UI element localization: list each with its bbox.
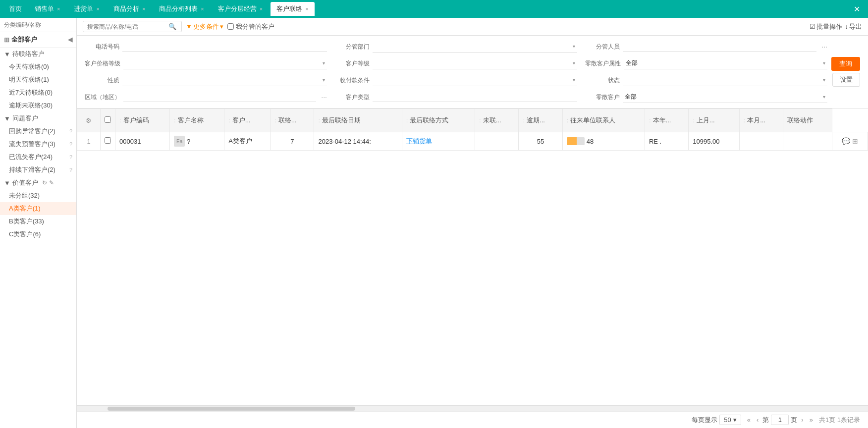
- nav-tab-product-list[interactable]: 商品分析列表 ×: [153, 2, 210, 16]
- filter-phone-input[interactable]: [122, 42, 327, 52]
- row-customer-type: A类客户: [224, 132, 271, 151]
- row-last-method-link[interactable]: 下销货单: [406, 137, 432, 145]
- nav-tab-sales-label: 销售单: [35, 4, 54, 13]
- filter-payment-select[interactable]: ▾: [373, 74, 577, 86]
- filter-more-conditions[interactable]: ▼ 更多条件 ▾: [186, 22, 223, 31]
- filter-retail-attr-select[interactable]: 全部 ▾: [624, 57, 827, 69]
- my-customers-checkbox-input[interactable]: [227, 23, 234, 30]
- page-last-btn[interactable]: »: [808, 415, 815, 425]
- filter-search-icon[interactable]: 🔍: [168, 23, 176, 30]
- nav-tab-purchase-close[interactable]: ×: [96, 6, 99, 12]
- my-customers-checkbox[interactable]: 我分管的客户: [227, 22, 274, 31]
- filter-region-dots[interactable]: ···: [321, 93, 327, 101]
- sidebar-item-overdue[interactable]: 逾期未联络(30): [0, 99, 76, 112]
- sidebar-item-lostwarning-help: ?: [69, 141, 72, 147]
- query-button[interactable]: 查询: [831, 57, 860, 71]
- filter-search-input[interactable]: [87, 23, 166, 30]
- sidebar-item-repurchase[interactable]: 回购异常客户(2) ?: [0, 125, 76, 138]
- col-no-contact-label: 未联...: [483, 116, 501, 124]
- filter-person-dots[interactable]: ···: [821, 43, 827, 51]
- nav-tab-product-analysis[interactable]: 商品分析 ×: [108, 2, 151, 16]
- window-close-icon[interactable]: ✕: [850, 4, 864, 14]
- sidebar-item-a-class[interactable]: A类客户(1): [0, 202, 76, 215]
- scroll-thumb[interactable]: [108, 407, 355, 411]
- sidebar-item-lost[interactable]: 已流失客户(24) ?: [0, 151, 76, 163]
- sidebar-search-input[interactable]: [4, 21, 77, 28]
- page-prev-btn[interactable]: ‹: [755, 415, 760, 425]
- col-last-method-label: 最后联络方式: [410, 116, 448, 124]
- filter-person-input[interactable]: [623, 42, 816, 52]
- sidebar-item-declining[interactable]: 持续下滑客户(2) ?: [0, 163, 76, 176]
- filter-customer-level-select[interactable]: ▾: [373, 57, 577, 69]
- sidebar-group-problem[interactable]: ▼ 问题客户: [0, 112, 76, 125]
- sidebar-item-ungroup[interactable]: 未分组(32): [0, 189, 76, 202]
- batch-op-button[interactable]: ☑ 批量操作: [810, 22, 842, 31]
- filter-nature-select[interactable]: ▾: [122, 74, 327, 86]
- sidebar-group-value[interactable]: ▼ 价值客户 ↻ ✎: [0, 176, 76, 189]
- col-type-label: 客户...: [232, 116, 251, 124]
- sidebar-group-problem-label: 问题客户: [12, 114, 38, 123]
- nav-tab-sales[interactable]: 销售单 ×: [29, 2, 66, 16]
- sidebar-item-today[interactable]: 今天待联络(0): [0, 60, 76, 73]
- sidebar-group-value-label: 价值客户: [12, 178, 38, 187]
- row-action-link-icon[interactable]: ⊞: [852, 137, 858, 145]
- nav-tab-customer-tier[interactable]: 客户分层经营 ×: [212, 2, 269, 16]
- sidebar-item-lostwarning[interactable]: 流失预警客户(3) ?: [0, 138, 76, 151]
- nav-tab-product-analysis-label: 商品分析: [113, 4, 139, 13]
- col-code-label: 客户编码: [123, 116, 149, 124]
- page-number-input[interactable]: [771, 415, 789, 425]
- sidebar-all-customers[interactable]: ⊞ 全部客户 ◀: [0, 32, 76, 48]
- nav-tab-customer-contact-close[interactable]: ×: [305, 6, 308, 12]
- filter-customer-type-input[interactable]: [373, 93, 577, 102]
- sidebar-item-b-class[interactable]: B类客户(33): [0, 215, 76, 228]
- page-suffix: 页: [791, 416, 797, 425]
- adv-filter: 电话号码 分管部门 ▾ 分管人员: [77, 36, 868, 108]
- row-overdue-val-text: 48: [587, 138, 594, 145]
- horizontal-scrollbar[interactable]: [77, 405, 868, 411]
- adv-filter-row1: 电话号码 分管部门 ▾ 分管人员: [85, 40, 827, 54]
- export-button[interactable]: ↓ 导出: [845, 22, 863, 31]
- nav-tab-customer-tier-close[interactable]: ×: [260, 6, 263, 12]
- filter-nature: 性质 ▾: [85, 73, 327, 87]
- batch-op-label: 批量操作: [816, 22, 842, 31]
- nav-tab-customer-tier-label: 客户分层经营: [218, 4, 257, 13]
- row-checkbox-cell: [101, 132, 115, 151]
- sidebar-item-overdue-label: 逾期未联络(30): [9, 101, 53, 110]
- page-first-btn[interactable]: «: [745, 415, 753, 425]
- sidebar-item-a-class-label: A类客户(1): [9, 204, 41, 213]
- nav-tab-purchase[interactable]: 进货单 ×: [68, 2, 105, 16]
- sidebar-item-c-class[interactable]: C类客户(6): [0, 228, 76, 241]
- table-gear-icon[interactable]: ⚙: [81, 113, 96, 128]
- sidebar-group-problem-arrow: ▼: [4, 115, 10, 122]
- sidebar-group-pending[interactable]: ▼ 待联络客户: [0, 48, 76, 60]
- sidebar-item-tomorrow[interactable]: 明天待联络(1): [0, 73, 76, 86]
- main-layout: 🔍 ⊞ 全部客户 ◀ ▼ 待联络客户 今天待联络(0) 明天待联络(1) 近7天…: [0, 18, 868, 428]
- filter-status-select[interactable]: ▾: [623, 74, 827, 86]
- table-select-all[interactable]: [105, 116, 111, 123]
- page-size-dropdown[interactable]: 50 ▾: [719, 415, 741, 425]
- sidebar-item-7days[interactable]: 近7天待联络(0): [0, 86, 76, 99]
- filter-search-box: 🔍: [83, 21, 182, 32]
- row-action-chat-icon[interactable]: 💬: [842, 137, 850, 145]
- sidebar-collapse-icon[interactable]: ◀: [68, 36, 72, 43]
- nav-tab-customer-contact[interactable]: 客户联络 ×: [271, 2, 314, 16]
- nav-home[interactable]: 首页: [4, 4, 27, 13]
- settings-button[interactable]: 设置: [832, 73, 860, 87]
- filter-retail-select[interactable]: 全部 ▾: [623, 91, 827, 103]
- row-checkbox[interactable]: [105, 137, 111, 144]
- nav-tab-product-list-close[interactable]: ×: [201, 6, 204, 12]
- sidebar-group-value-edit[interactable]: ✎: [49, 179, 54, 186]
- sidebar-item-lost-help: ?: [69, 154, 72, 160]
- page-size-value: 50: [724, 416, 731, 424]
- sidebar-group-value-refresh[interactable]: ↻: [42, 179, 47, 186]
- filter-payment: 收付款条件 ▾: [335, 73, 577, 87]
- row-name-avatar: Ea: [174, 136, 185, 147]
- export-icon: ↓: [845, 23, 849, 30]
- page-next-btn[interactable]: ›: [799, 415, 805, 425]
- filter-phone: 电话号码: [85, 40, 327, 54]
- nav-tab-product-analysis-close[interactable]: ×: [142, 6, 145, 12]
- filter-region-input[interactable]: [123, 93, 316, 102]
- filter-price-level-select[interactable]: ▾: [123, 57, 327, 69]
- nav-tab-sales-close[interactable]: ×: [57, 6, 60, 12]
- filter-dept-select[interactable]: ▾: [373, 41, 577, 53]
